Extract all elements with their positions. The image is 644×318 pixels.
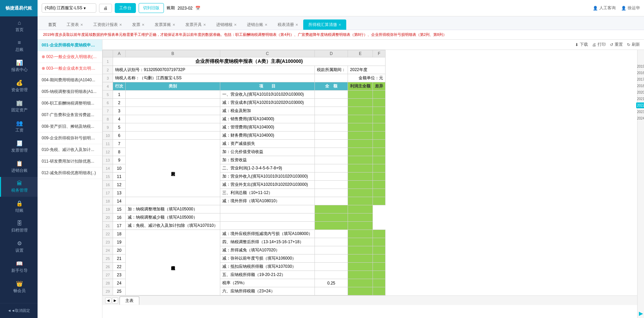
val-f[interactable] [373,132,386,140]
year-label-2020[interactable]: 2020 [636,89,644,95]
val-d[interactable] [315,91,348,99]
val-e[interactable] [348,287,373,295]
year-label-2017[interactable]: 2017 [636,77,644,82]
val-e[interactable] [348,271,373,279]
val-e[interactable] [348,254,373,263]
val-d[interactable] [315,156,348,164]
nav-tab-3[interactable]: 发票✕ [127,19,150,30]
val-f[interactable] [373,148,386,156]
sidebar-item-tax[interactable]: 🏛税务管理 [0,177,38,197]
tab-close-6[interactable]: ✕ [234,23,237,27]
refresh-button[interactable]: ↻ 刷新 [627,42,640,47]
val-e[interactable] [348,132,373,140]
val-d[interactable] [315,189,348,197]
val-d[interactable] [220,213,315,222]
val-d[interactable] [315,287,348,295]
val-e[interactable] [348,181,373,189]
val-e[interactable] [348,91,373,99]
year-label-2023[interactable]: 2023 [636,109,644,115]
val-f[interactable] [373,263,386,271]
sidebar-item-archive[interactable]: 🗄归档管理 [0,217,38,237]
left-panel-item-009[interactable]: 009-企业所得税弥补亏损明细... [38,133,102,144]
val-e[interactable] [348,189,373,197]
val-f[interactable] [373,189,386,197]
val-d[interactable] [315,123,348,132]
left-panel-item-004[interactable]: 004-期间费用明细表(A1040... [38,74,102,86]
tab-close-1[interactable]: ✕ [80,23,83,27]
nav-tab-4[interactable]: 发票算账✕ [150,19,180,30]
val-d[interactable] [315,230,348,238]
val-f[interactable] [373,91,386,99]
left-panel-item-003[interactable]: ⊗ 003-一般企业成本支出明细... [38,63,102,74]
sidebar-item-member[interactable]: 👑畅会员 [0,277,38,297]
val-d[interactable] [315,148,348,156]
val-f[interactable] [373,107,386,115]
sidebar-item-payroll[interactable]: 👥工资 [0,116,38,137]
val-f[interactable] [373,181,386,189]
left-panel-item-010[interactable]: 010-免税、减计收入及加计... [38,144,102,156]
val-f[interactable] [373,140,386,148]
val-f[interactable] [373,156,386,164]
left-panel-item-007[interactable]: 007-广告费和业务宣传费超... [38,109,102,121]
sidebar-item-report[interactable]: 📊报表中心 [0,56,38,76]
sidebar-item-purchase[interactable]: 📋进销台账 [0,157,38,177]
nav-tab-6[interactable]: 进销稽核✕ [211,19,242,30]
tab-close-9[interactable]: ✕ [338,23,341,27]
val-d[interactable]: 0.25 [315,279,348,287]
tab-close-2[interactable]: ✕ [119,23,122,27]
nav-tab-7[interactable]: 进销台账✕ [242,19,272,30]
val-d[interactable] [315,181,348,189]
val-d[interactable] [315,263,348,271]
val-e[interactable] [348,107,373,115]
val-f[interactable] [373,279,386,287]
sidebar-item-ledger[interactable]: ≡总账 [0,36,38,56]
download-button[interactable]: ⬇ 下载 [575,42,588,47]
expand-icon[interactable]: ▶ [638,309,644,318]
val-f[interactable] [373,254,386,263]
val-d[interactable] [315,238,348,246]
val-f[interactable] [373,230,386,238]
val-e[interactable] [348,99,373,107]
val-e[interactable] [348,115,373,123]
left-panel-item-006[interactable]: 006-职工薪酬纳税调整明细... [38,98,102,109]
year-label-2019[interactable]: 2019 [636,64,644,69]
val-e[interactable] [348,164,373,172]
support-button[interactable]: 👤 人工客询 [593,5,616,11]
val-e[interactable] [348,238,373,246]
sidebar-item-invoice[interactable]: 🧾发票管理 [0,137,38,157]
left-panel-item-011[interactable]: 011-研发费用加计扣除优惠... [38,156,102,167]
val-d[interactable] [315,132,348,140]
val-e[interactable] [315,213,348,222]
left-panel-item-001[interactable]: 001-企业所得税年度纳税申报... [38,40,102,51]
workbench-button[interactable]: 工作台 [115,3,136,13]
sidebar-item-home[interactable]: ⌂首页 [0,16,38,36]
year-label-2018[interactable]: 2018 [636,83,644,89]
left-panel-item-005[interactable]: 005-纳税调整项目明细表(A1... [38,86,102,98]
company-selector[interactable]: (勾削) 江西服宝-LSS ▾ [42,3,96,13]
val-d[interactable] [315,246,348,254]
val-e[interactable] [315,222,348,230]
year-label-2024[interactable]: 2024 [636,115,644,121]
val-f[interactable] [373,172,386,181]
sidebar-item-guide[interactable]: 📖新手引导 [0,257,38,277]
val-f[interactable] [373,238,386,246]
val-f[interactable] [348,222,373,230]
nav-tab-9[interactable]: 所得税汇算清缴✕ [303,19,346,30]
val-f[interactable] [373,271,386,279]
nav-tab-1[interactable]: 工资表✕ [61,19,88,30]
val-e[interactable] [348,263,373,271]
val-e[interactable] [348,140,373,148]
val-f[interactable] [373,99,386,107]
val-e[interactable] [348,156,373,164]
val-d[interactable] [315,99,348,107]
val-d[interactable] [315,254,348,263]
val-d[interactable] [315,271,348,279]
sidebar-item-assets[interactable]: 🏢固定资产 [0,96,38,116]
tab-close-3[interactable]: ✕ [142,23,144,27]
val-d[interactable] [220,205,315,213]
year-label-2022[interactable]: 2022 [636,102,644,108]
val-f[interactable] [373,123,386,132]
val-f[interactable] [373,164,386,172]
print-button[interactable]: 🖨 打印 [592,42,606,47]
val-f[interactable] [373,246,386,254]
